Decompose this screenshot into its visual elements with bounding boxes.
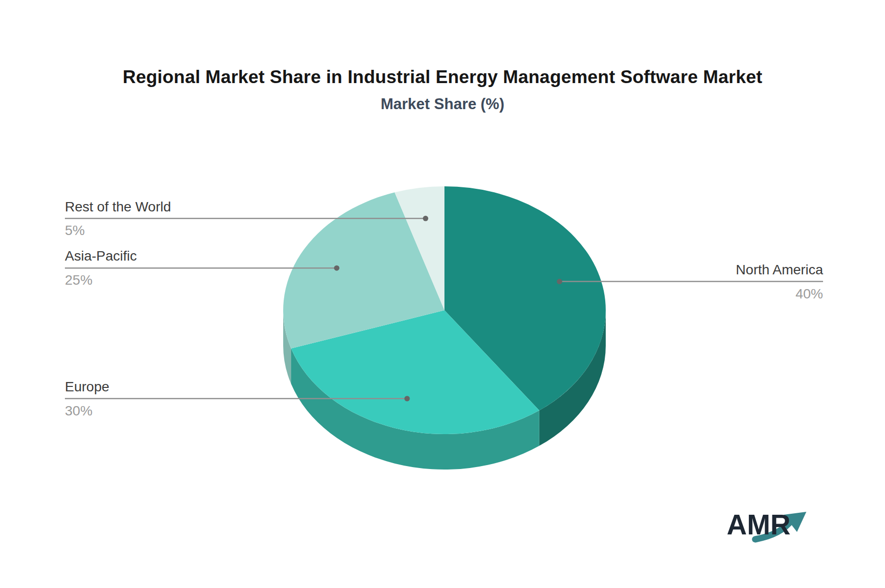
callout-label-europe: Europe xyxy=(65,380,109,395)
leader-dot-north-america xyxy=(557,279,562,284)
chart-page: Regional Market Share in Industrial Ener… xyxy=(0,0,885,588)
leader-dot-asia-pacific xyxy=(334,265,339,271)
callout-percent-rest-of-the-world: 5% xyxy=(65,223,85,238)
leader-dot-rest-of-the-world xyxy=(423,216,428,221)
amr-logo-text: AMR xyxy=(727,508,791,541)
callout-percent-europe: 30% xyxy=(65,404,92,419)
callout-label-north-america: North America xyxy=(736,263,823,278)
callout-percent-north-america: 40% xyxy=(796,287,823,302)
leader-dot-europe xyxy=(404,396,410,401)
callout-label-rest-of-the-world: Rest of the World xyxy=(65,200,171,215)
callout-label-asia-pacific: Asia-Pacific xyxy=(65,249,137,264)
callout-percent-asia-pacific: 25% xyxy=(65,273,92,288)
pie-chart-canvas xyxy=(0,0,885,588)
